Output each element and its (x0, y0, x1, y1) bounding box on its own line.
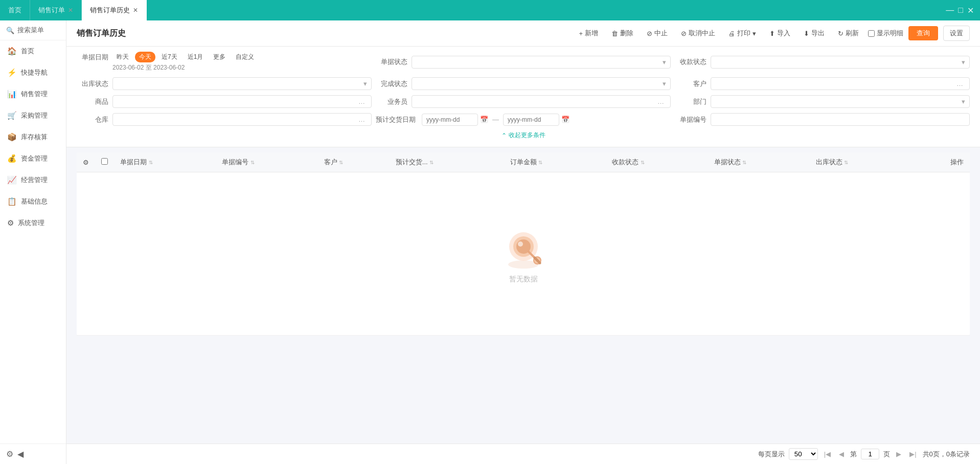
department-select[interactable]: ▾ (711, 95, 970, 108)
stop-button[interactable]: ⊘ 中止 (643, 27, 672, 40)
date-range-display: 2023-06-02 至 2023-06-02 (77, 63, 185, 72)
delivery-date-from[interactable] (422, 114, 478, 126)
sidebar-item-finance-label: 资金管理 (21, 154, 48, 163)
top-bar: 首页 销售订单 ✕ 销售订单历史 ✕ — □ ✕ (0, 0, 980, 20)
goods-dots-icon[interactable]: … (356, 98, 367, 105)
date-tab-7days[interactable]: 近7天 (157, 52, 181, 62)
refresh-label: 刷新 (846, 29, 859, 38)
col-bill-status[interactable]: 单据状态 ⇅ (708, 152, 810, 172)
warehouse-dots-icon[interactable]: … (356, 116, 367, 123)
tab-sales-order-history-label: 销售订单历史 (90, 6, 130, 15)
print-dropdown-icon: ▾ (753, 30, 756, 37)
bill-number-input[interactable] (711, 113, 970, 126)
page-label: 第 (850, 450, 857, 459)
outbound-status-select[interactable]: ▾ (112, 77, 372, 90)
print-button[interactable]: 🖨 打印 ▾ (724, 27, 760, 40)
sidebar-item-home[interactable]: 🏠 首页 (0, 40, 66, 62)
customer-dots-icon[interactable]: … (954, 80, 965, 87)
add-button[interactable]: + 新增 (575, 27, 602, 40)
salesperson-input[interactable]: … (412, 95, 671, 108)
sidebar-item-system[interactable]: ⚙ 系统管理 (0, 212, 66, 234)
sidebar-item-inventory[interactable]: 📦 库存核算 (0, 126, 66, 148)
date-tab-1month[interactable]: 近1月 (184, 52, 208, 62)
prev-page-button[interactable]: ◀ (837, 449, 846, 459)
date-tab-more[interactable]: 更多 (209, 52, 230, 62)
minimize-icon[interactable]: — (946, 6, 954, 15)
settings-bottom-icon[interactable]: ⚙ (6, 449, 13, 459)
customer-label: 客户 (675, 79, 711, 89)
empty-state-text: 暂无数据 (509, 275, 538, 284)
sales-icon: 📊 (7, 90, 17, 99)
display-detail-checkbox[interactable]: 显示明细 (868, 29, 903, 38)
sidebar: 🔍 搜索菜单 🏠 首页 ⚡ 快捷导航 📊 销售管理 🛒 采购管理 📦 库存核算 … (0, 20, 66, 464)
complete-status-select[interactable]: ▾ (412, 77, 671, 90)
delete-label: 删除 (620, 29, 633, 38)
col-receipt-status-label: 收款状态 (612, 158, 639, 166)
table-settings-icon[interactable]: ⚙ (83, 159, 89, 166)
delivery-date-label: 预计交货日期 (376, 115, 420, 124)
maximize-icon[interactable]: □ (958, 6, 963, 15)
collapse-button[interactable]: ⌃ 收起更多条件 (77, 129, 970, 142)
tab-sales-order-history[interactable]: 销售订单历史 ✕ (82, 0, 147, 20)
sidebar-item-operation[interactable]: 📈 经营管理 (0, 169, 66, 191)
col-bill-number[interactable]: 单据编号 ⇅ (216, 152, 317, 172)
col-customer[interactable]: 客户 ⇅ (318, 152, 390, 172)
filter-row-3: 商品 … 业务员 … 部门 (77, 95, 970, 108)
sort-receipt-status-icon: ⇅ (641, 160, 645, 165)
sidebar-item-sales-label: 销售管理 (21, 90, 48, 99)
col-order-amount[interactable]: 订单金额 ⇅ (504, 152, 606, 172)
tab-sales-order[interactable]: 销售订单 ✕ (30, 0, 82, 20)
stop-label: 中止 (654, 29, 668, 38)
col-expected-delivery-label: 预计交货... (396, 158, 428, 166)
import-label: 导入 (777, 29, 790, 38)
query-button[interactable]: 查询 (908, 26, 938, 40)
per-page-select[interactable]: 50 10 20 100 (789, 448, 818, 460)
col-expected-delivery[interactable]: 预计交货... ⇅ (390, 152, 504, 172)
bill-status-select[interactable]: ▾ (412, 56, 671, 69)
delivery-date-to[interactable] (503, 114, 559, 126)
export-button[interactable]: ⬇ 导出 (800, 27, 829, 40)
delete-button[interactable]: 🗑 删除 (607, 27, 637, 40)
filter-receipt-status-cell: 收款状态 ▾ (675, 52, 970, 72)
first-page-button[interactable]: |◀ (822, 449, 833, 459)
collapse-sidebar-icon[interactable]: ◀ (17, 449, 24, 459)
sidebar-item-sales[interactable]: 📊 销售管理 (0, 83, 66, 105)
sidebar-item-purchase[interactable]: 🛒 采购管理 (0, 105, 66, 126)
sidebar-item-system-label: 系统管理 (18, 218, 44, 228)
receipt-status-select[interactable]: ▾ (711, 56, 970, 69)
tab-sales-order-history-close[interactable]: ✕ (133, 7, 138, 14)
sidebar-item-finance[interactable]: 💰 资金管理 (0, 148, 66, 169)
import-button[interactable]: ⬆ 导入 (765, 27, 794, 40)
customer-input[interactable]: … (711, 77, 970, 90)
sort-order-amount-icon: ⇅ (538, 160, 542, 165)
sidebar-item-quick-nav[interactable]: ⚡ 快捷导航 (0, 62, 66, 83)
refresh-button[interactable]: ↻ 刷新 (834, 27, 863, 40)
department-arrow-icon: ▾ (962, 98, 965, 105)
date-tab-today[interactable]: 今天 (135, 52, 155, 62)
chevron-up-icon: ⌃ (502, 132, 507, 139)
filter-row-2: 出库状态 ▾ 完成状态 ▾ 客户 (77, 77, 970, 90)
col-receipt-status[interactable]: 收款状态 ⇅ (606, 152, 708, 172)
display-detail-input[interactable] (868, 30, 875, 37)
collapse-label: 收起更多条件 (509, 131, 545, 140)
tab-sales-order-close[interactable]: ✕ (68, 7, 73, 14)
tab-home[interactable]: 首页 (0, 0, 30, 20)
current-page-input[interactable] (861, 449, 879, 459)
sidebar-search[interactable]: 🔍 搜索菜单 (0, 20, 66, 40)
outbound-status-arrow-icon: ▾ (363, 80, 367, 87)
date-tab-yesterday[interactable]: 昨天 (112, 52, 133, 62)
select-all-checkbox[interactable] (101, 158, 108, 165)
goods-input[interactable]: … (112, 95, 372, 108)
last-page-button[interactable]: ▶| (907, 449, 918, 459)
sidebar-item-basic[interactable]: 📋 基础信息 (0, 191, 66, 212)
warehouse-input[interactable]: … (112, 113, 372, 126)
filter-goods-cell: 商品 … (77, 95, 372, 108)
next-page-button[interactable]: ▶ (894, 449, 903, 459)
salesperson-dots-icon[interactable]: … (655, 98, 666, 105)
close-icon[interactable]: ✕ (967, 6, 974, 15)
settings-button[interactable]: 设置 (943, 26, 970, 41)
cancel-stop-button[interactable]: ⊘ 取消中止 (677, 27, 719, 40)
col-outbound-status[interactable]: 出库状态 ⇅ (810, 152, 911, 172)
col-bill-date[interactable]: 单据日期 ⇅ (114, 152, 216, 172)
date-tab-custom[interactable]: 自定义 (232, 52, 258, 62)
